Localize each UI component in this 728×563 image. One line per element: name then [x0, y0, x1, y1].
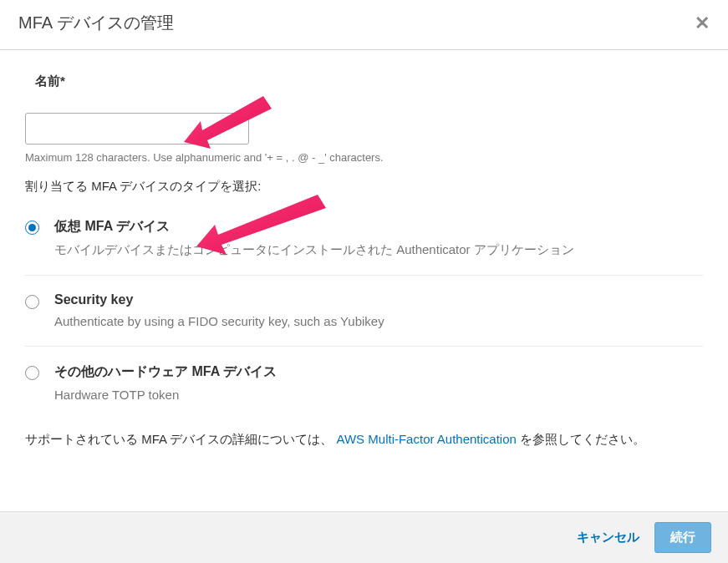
support-text: サポートされている MFA デバイスの詳細については、 AWS Multi-Fa… [25, 429, 703, 450]
radio-option-virtual-mfa[interactable]: 仮想 MFA デバイス モバイルデバイスまたはコンピュータにインストールされた … [25, 210, 703, 276]
radio-option-hardware-mfa[interactable]: その他のハードウェア MFA デバイス Hardware TOTP token [25, 355, 703, 420]
support-prefix: サポートされている MFA デバイスの詳細については、 [25, 432, 333, 446]
modal-footer: キャンセル 続行 [0, 511, 728, 563]
modal-body: 名前* Maximum 128 characters. Use alphanum… [0, 50, 728, 458]
device-type-label: 割り当てる MFA デバイスのタイプを選択: [25, 179, 703, 195]
modal-title: MFA デバイスの管理 [18, 12, 174, 34]
radio-option-security-key[interactable]: Security key Authenticate by using a FID… [25, 284, 703, 347]
radio-text: 仮想 MFA デバイス モバイルデバイスまたはコンピュータにインストールされた … [54, 218, 703, 260]
radio-description: モバイルデバイスまたはコンピュータにインストールされた Authenticato… [54, 241, 703, 260]
device-type-radio-group: 仮想 MFA デバイス モバイルデバイスまたはコンピュータにインストールされた … [25, 210, 703, 420]
radio-title: 仮想 MFA デバイス [54, 218, 703, 236]
aws-mfa-link[interactable]: AWS Multi-Factor Authentication [337, 432, 517, 446]
support-suffix: を参照してください。 [517, 432, 645, 446]
name-hint: Maximum 128 characters. Use alphanumeric… [25, 151, 703, 164]
modal-header: MFA デバイスの管理 ✕ [0, 0, 728, 50]
radio-title: Security key [54, 292, 703, 307]
radio-button[interactable] [25, 295, 39, 309]
device-name-input[interactable] [25, 113, 249, 145]
radio-button[interactable] [25, 221, 39, 235]
radio-text: その他のハードウェア MFA デバイス Hardware TOTP token [54, 363, 703, 405]
radio-title: その他のハードウェア MFA デバイス [54, 363, 703, 381]
continue-button[interactable]: 続行 [654, 522, 711, 553]
radio-description: Hardware TOTP token [54, 386, 703, 405]
name-label: 名前* [35, 74, 703, 89]
cancel-button[interactable]: キャンセル [577, 530, 639, 545]
close-icon[interactable]: ✕ [695, 14, 710, 33]
radio-description: Authenticate by using a FIDO security ke… [54, 312, 703, 332]
radio-text: Security key Authenticate by using a FID… [54, 292, 703, 332]
radio-button[interactable] [25, 366, 39, 380]
